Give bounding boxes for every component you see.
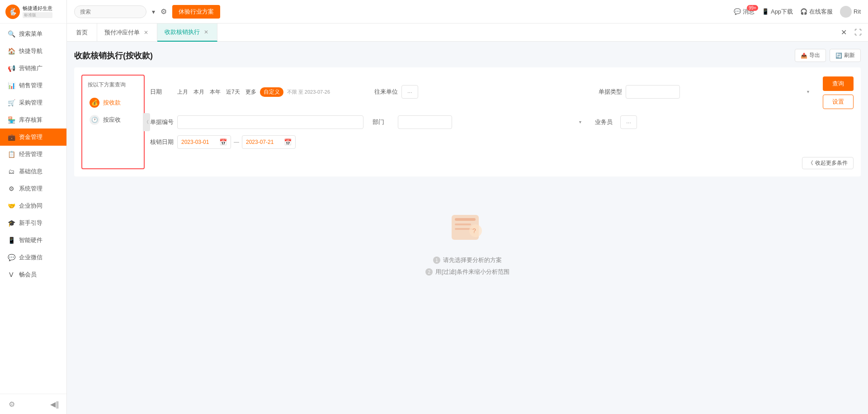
sidebar-item-sales[interactable]: 📊 销售管理 <box>0 77 66 94</box>
salesperson-label: 业务员 <box>595 118 617 126</box>
shortcut-icon: 🏠 <box>7 47 15 55</box>
topbar-user[interactable]: Rit <box>840 6 861 18</box>
date-limit-text: 不限 至 2023-07-26 <box>287 89 330 95</box>
empty-tip-1-text: 请先选择要分析的方案 <box>443 256 502 264</box>
writeoff-date-label: 核销日期 <box>150 138 174 146</box>
sidebar-item-guide-label: 新手引导 <box>19 219 42 227</box>
refresh-btn[interactable]: 🔄 刷新 <box>830 49 861 62</box>
hardware-icon: 📱 <box>7 236 15 244</box>
svg-text:?: ? <box>472 227 476 234</box>
date-shortcut-this-month[interactable]: 本月 <box>192 87 206 97</box>
date-shortcut-last-month[interactable]: 上月 <box>175 87 190 97</box>
writeoff-date-end-input[interactable] <box>246 139 282 145</box>
filter-sidebar-collapse-btn[interactable]: 《 <box>143 113 150 131</box>
filter-actions: 查询 设置 <box>823 75 854 109</box>
message-icon: 💬 <box>734 8 741 15</box>
department-select-wrapper <box>398 115 586 129</box>
sidebar-item-finance-label: 资金管理 <box>19 133 42 141</box>
finance-icon: 💼 <box>7 133 15 141</box>
sidebar-item-hardware[interactable]: 📱 智能硬件 <box>0 232 66 249</box>
topbar-search-input[interactable] <box>74 5 146 18</box>
sidebar-item-shortcut[interactable]: 🏠 快捷导航 <box>0 43 66 60</box>
sidebar-item-guide[interactable]: 🎓 新手引导 <box>0 214 66 232</box>
marketing-icon: 📢 <box>7 64 15 72</box>
tab-prepay-close[interactable]: ✕ <box>142 29 150 36</box>
filter-option-by-receivable[interactable]: 🕐 按应收 <box>88 111 138 128</box>
tab-home[interactable]: 首页 <box>67 24 97 42</box>
content-area: 收款核销执行(按收款) 📤 导出 🔄 刷新 按以下方案查询 💰 按收款 <box>67 42 868 414</box>
tab-prepay-label: 预付冲应付单 <box>104 29 140 37</box>
settings-icon[interactable]: ⚙ <box>5 398 18 410</box>
topbar-message[interactable]: 💬 消息 99+ <box>734 8 755 16</box>
sidebar-item-search[interactable]: 🔍 搜索菜单 <box>0 25 66 43</box>
date-shortcut-more[interactable]: 更多 <box>244 87 258 97</box>
sidebar-item-marketing[interactable]: 📢 营销推广 <box>0 60 66 77</box>
filter-row-1: 日期 上月 本月 本年 近7天 更多 自定义 不限 至 2023-07-26 <box>150 75 854 109</box>
date-shortcut-this-year[interactable]: 本年 <box>208 87 222 97</box>
collapse-sidebar-icon[interactable]: ◀‖ <box>48 398 61 410</box>
sidebar-item-purchase-label: 采购管理 <box>19 99 42 107</box>
sidebar-item-inventory[interactable]: 🏪 库存核算 <box>0 111 66 128</box>
filter-option-by-receipt[interactable]: 💰 按收款 <box>88 94 138 111</box>
empty-tip-2-text: 用[过滤]条件来缩小分析范围 <box>435 268 509 276</box>
calendar-start-icon[interactable]: 📅 <box>219 138 227 146</box>
svg-rect-2 <box>455 224 471 225</box>
filter-group-writeoff-date: 核销日期 📅 — 📅 <box>150 135 854 149</box>
sidebar-item-basic[interactable]: 🗂 基础信息 <box>0 163 66 180</box>
sidebar-item-enterprise[interactable]: 🤝 企业协同 <box>0 197 66 214</box>
sidebar-item-search-label: 搜索菜单 <box>19 30 42 38</box>
tab-writeoff[interactable]: 收款核销执行 ✕ <box>157 24 217 42</box>
sidebar-item-system[interactable]: ⚙ 系统管理 <box>0 180 66 197</box>
sidebar-footer: ⚙ ◀‖ <box>0 394 66 414</box>
tab-close-btn[interactable]: ✕ <box>837 26 850 39</box>
sidebar-item-basic-label: 基础信息 <box>19 167 42 176</box>
settings-btn[interactable]: 设置 <box>823 95 854 109</box>
filter-row-2: 单据编号 部门 业务员 ··· <box>150 115 854 129</box>
tab-expand-btn[interactable]: ⛶ <box>852 26 864 39</box>
counterpart-input[interactable]: ··· <box>401 85 418 99</box>
salesperson-input[interactable]: ··· <box>620 115 637 129</box>
voucher-no-input[interactable] <box>177 115 363 129</box>
purchase-icon: 🛒 <box>7 99 15 107</box>
sidebar-item-member[interactable]: Ⅴ 畅会员 <box>0 266 66 283</box>
main-area: ▾ ⚙ 休验行业方案 💬 消息 99+ 📱 App下载 🎧 在线客服 Rit <box>67 0 868 414</box>
message-badge: 99+ <box>747 5 758 11</box>
empty-tip-2: 2 用[过滤]条件来缩小分析范围 <box>425 268 509 276</box>
receivable-icon: 🕐 <box>90 115 99 125</box>
export-btn[interactable]: 📤 导出 <box>795 49 826 62</box>
topbar-dropdown-icon[interactable]: ▾ <box>152 8 155 15</box>
filter-group-counterpart: 往来单位 ··· <box>374 85 590 99</box>
collapse-more-icon: 《 <box>808 159 813 167</box>
date-shortcut-custom[interactable]: 自定义 <box>260 87 283 97</box>
department-select[interactable] <box>398 115 452 129</box>
writeoff-date-end-wrap[interactable]: 📅 <box>242 135 296 149</box>
voucher-type-select[interactable] <box>626 85 680 99</box>
user-name: Rit <box>854 8 861 15</box>
tab-writeoff-close[interactable]: ✕ <box>203 29 210 36</box>
filter-group-date: 日期 上月 本月 本年 近7天 更多 自定义 不限 至 2023-07-26 <box>150 87 365 97</box>
filter-group-voucher-type: 单据类型 <box>599 85 814 99</box>
sidebar-item-member-label: 畅会员 <box>19 271 37 279</box>
topbar-gear-icon[interactable]: ⚙ <box>160 7 167 16</box>
calendar-end-icon[interactable]: 📅 <box>284 138 292 146</box>
topbar-service[interactable]: 🎧 在线客服 <box>800 8 833 16</box>
logo-badge: 标准版 <box>23 12 52 19</box>
page-header: 收款核销执行(按收款) 📤 导出 🔄 刷新 <box>74 49 861 62</box>
query-btn[interactable]: 查询 <box>823 76 854 91</box>
sidebar-item-finance[interactable]: 💼 资金管理 <box>0 128 66 146</box>
sidebar-item-purchase[interactable]: 🛒 采购管理 <box>0 94 66 111</box>
sidebar-item-wechat[interactable]: 💬 企业微信 <box>0 249 66 266</box>
industry-btn[interactable]: 休验行业方案 <box>172 5 220 19</box>
topbar-app-download[interactable]: 📱 App下载 <box>762 8 793 16</box>
tab-prepay[interactable]: 预付冲应付单 ✕ <box>97 24 157 42</box>
collapse-more-btn[interactable]: 《 收起更多条件 <box>802 157 854 169</box>
topbar-right: 💬 消息 99+ 📱 App下载 🎧 在线客服 Rit <box>734 6 861 18</box>
writeoff-date-start-wrap[interactable]: 📅 <box>177 135 231 149</box>
date-shortcut-7days[interactable]: 近7天 <box>224 87 242 97</box>
writeoff-date-start-input[interactable] <box>181 139 217 145</box>
sidebar-item-management[interactable]: 📋 经营管理 <box>0 146 66 163</box>
tab-home-label: 首页 <box>76 29 88 37</box>
enterprise-icon: 🤝 <box>7 202 15 210</box>
voucher-no-label: 单据编号 <box>150 118 174 126</box>
member-icon: Ⅴ <box>7 271 15 279</box>
